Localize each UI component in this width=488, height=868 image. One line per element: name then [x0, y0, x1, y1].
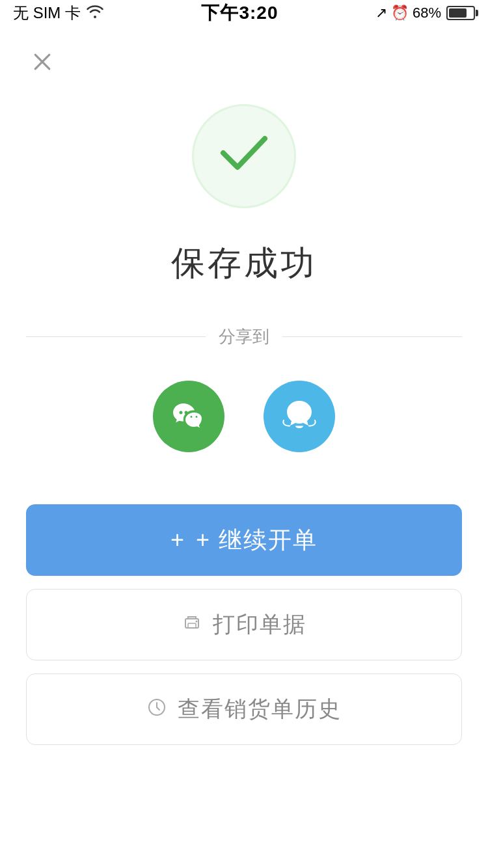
printer-icon: [182, 612, 202, 638]
svg-point-7: [196, 620, 198, 622]
status-bar: 无 SIM 卡 下午3:20 ↗ ⏰ 68%: [0, 0, 488, 26]
battery-icon: [446, 6, 475, 20]
wifi-icon: [86, 4, 104, 22]
share-section: 分享到: [0, 325, 488, 504]
success-title: 保存成功: [171, 241, 317, 286]
share-icons: [26, 381, 462, 452]
status-time: 下午3:20: [201, 1, 278, 25]
success-circle: [192, 104, 296, 208]
continue-order-button[interactable]: + + 继续开单: [26, 504, 462, 576]
continue-order-label: + 继续开单: [196, 524, 318, 556]
wechat-share-button[interactable]: [153, 381, 224, 452]
print-label: 打印单据: [213, 610, 306, 640]
qq-share-button[interactable]: [264, 381, 335, 452]
print-button[interactable]: 打印单据: [26, 589, 462, 660]
plus-icon: +: [170, 526, 185, 554]
alarm-icon: ⏰: [391, 5, 409, 21]
svg-point-3: [180, 411, 183, 414]
success-section: 保存成功 分享到: [0, 26, 488, 745]
svg-point-4: [185, 411, 188, 414]
close-button[interactable]: [26, 46, 59, 78]
divider-line-right: [282, 336, 462, 337]
status-right: ↗ ⏰ 68%: [375, 5, 475, 21]
qq-icon: [280, 397, 319, 436]
clock-icon: [146, 697, 167, 722]
close-icon: [31, 50, 54, 74]
main-content: 保存成功 分享到: [0, 26, 488, 868]
svg-rect-6: [188, 623, 196, 628]
history-label: 查看销货单历史: [178, 694, 342, 724]
wechat-icon: [169, 397, 208, 436]
divider-line-left: [26, 336, 206, 337]
battery-text: 68%: [413, 5, 441, 21]
no-sim-text: 无 SIM 卡: [13, 3, 81, 23]
history-button[interactable]: 查看销货单历史: [26, 673, 462, 745]
action-buttons: + + 继续开单 打印单据: [0, 504, 488, 745]
status-left: 无 SIM 卡: [13, 3, 104, 23]
share-label: 分享到: [206, 325, 282, 348]
location-icon: ↗: [375, 5, 387, 21]
share-divider: 分享到: [26, 325, 462, 348]
checkmark-icon: [218, 129, 270, 183]
